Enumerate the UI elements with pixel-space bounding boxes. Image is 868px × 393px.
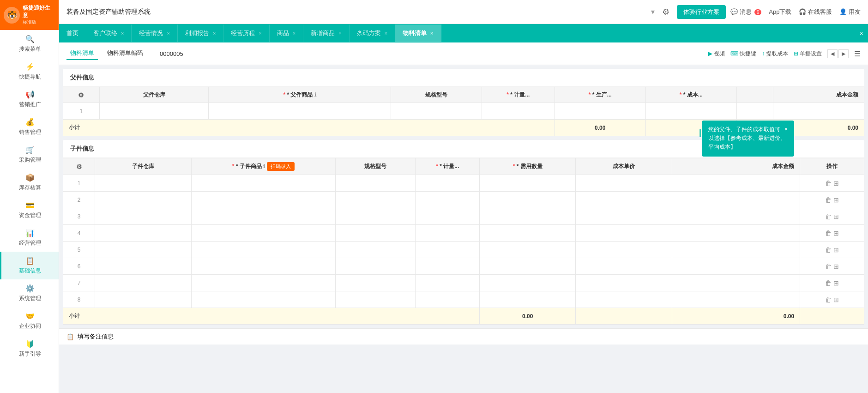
- child-unit-cost-cell[interactable]: [576, 175, 672, 192]
- child-qty-cell[interactable]: [480, 225, 576, 242]
- tab-product[interactable]: 商品 ×: [270, 24, 303, 42]
- tab-new-product[interactable]: 新增商品 ×: [303, 24, 349, 42]
- tab-profit[interactable]: 利润报告 ×: [178, 24, 223, 42]
- parent-product-cell[interactable]: [209, 103, 391, 120]
- sidebar-item-guide[interactable]: 🔰 新手引导: [0, 335, 59, 363]
- tab-close-bom[interactable]: ×: [430, 30, 433, 36]
- tab-close-product[interactable]: ×: [293, 30, 295, 36]
- child-cost-amount-cell[interactable]: [672, 242, 800, 258]
- sidebar-item-marketing[interactable]: 📢 营销推广: [0, 85, 59, 113]
- parent-spec-cell[interactable]: [391, 103, 482, 120]
- extract-cost-button[interactable]: ↑ 提取成本: [762, 50, 788, 58]
- sidebar-item-finance[interactable]: 💳 资金管理: [0, 196, 59, 224]
- parent-settings-gear-icon[interactable]: ⚙: [78, 91, 84, 99]
- parent-cost-cell[interactable]: [645, 103, 736, 120]
- child-spec-cell[interactable]: [335, 291, 416, 308]
- child-product-cell[interactable]: [191, 275, 335, 291]
- delete-icon[interactable]: 🗑: [825, 279, 832, 287]
- child-unit-cost-cell[interactable]: [576, 208, 672, 225]
- tooltip-close-button[interactable]: ×: [784, 125, 788, 134]
- settings-gear-icon[interactable]: ⚙: [662, 7, 669, 17]
- child-qty-cell[interactable]: [480, 208, 576, 225]
- child-unit-cost-cell[interactable]: [576, 242, 672, 258]
- next-page-button[interactable]: ▶: [838, 49, 849, 58]
- copy-icon[interactable]: ⊞: [833, 230, 839, 237]
- delete-icon[interactable]: 🗑: [825, 246, 832, 254]
- child-product-cell[interactable]: [191, 225, 335, 242]
- sidebar-item-system[interactable]: ⚙️ 系统管理: [0, 279, 59, 307]
- view-button[interactable]: ▶ 视频: [708, 50, 725, 58]
- trial-button[interactable]: 体验行业方案: [677, 5, 726, 19]
- tab-close-new-product[interactable]: ×: [338, 30, 341, 36]
- child-unit-cell[interactable]: [416, 175, 480, 192]
- user-avatar[interactable]: 👤 用友: [839, 8, 861, 16]
- child-spec-cell[interactable]: [335, 208, 416, 225]
- child-unit-cell[interactable]: [416, 208, 480, 225]
- tab-close-barcode[interactable]: ×: [385, 30, 387, 36]
- parent-unit-cell[interactable]: [482, 103, 555, 120]
- child-unit-cell[interactable]: [416, 291, 480, 308]
- child-cost-amount-cell[interactable]: [672, 275, 800, 291]
- child-product-cell[interactable]: [191, 175, 335, 192]
- app-download-link[interactable]: App下载: [769, 8, 791, 16]
- child-warehouse-cell[interactable]: [95, 242, 191, 258]
- copy-icon[interactable]: ⊞: [833, 296, 839, 303]
- child-qty-cell[interactable]: [480, 291, 576, 308]
- tab-close-customer[interactable]: ×: [121, 30, 124, 36]
- child-spec-cell[interactable]: [335, 275, 416, 291]
- online-service-link[interactable]: 🎧 在线客服: [799, 8, 832, 16]
- tab-operation-status[interactable]: 经营情况 ×: [132, 24, 177, 42]
- child-unit-cell[interactable]: [416, 242, 480, 258]
- dropdown-arrow-icon[interactable]: ▾: [651, 7, 655, 16]
- prev-page-button[interactable]: ◀: [827, 49, 838, 58]
- copy-icon[interactable]: ⊞: [833, 279, 839, 287]
- child-unit-cost-cell[interactable]: [576, 258, 672, 275]
- parent-warehouse-cell[interactable]: [99, 103, 209, 120]
- sidebar-item-quick-nav[interactable]: ⚡ 快捷导航: [0, 58, 59, 85]
- child-product-cell[interactable]: [191, 192, 335, 208]
- parent-production-cell[interactable]: [555, 103, 645, 120]
- copy-icon[interactable]: ⊞: [833, 196, 839, 204]
- page-tab-bom[interactable]: 物料清单: [66, 47, 98, 60]
- child-qty-cell[interactable]: [480, 242, 576, 258]
- child-qty-cell[interactable]: [480, 258, 576, 275]
- child-warehouse-cell[interactable]: [95, 208, 191, 225]
- tab-customer[interactable]: 客户联络 ×: [86, 24, 132, 42]
- copy-icon[interactable]: ⊞: [833, 246, 839, 254]
- child-unit-cell[interactable]: [416, 275, 480, 291]
- child-product-cell[interactable]: [191, 242, 335, 258]
- parent-cost-amount-cell[interactable]: [773, 103, 864, 120]
- tab-close-operation-status[interactable]: ×: [167, 30, 169, 36]
- delete-icon[interactable]: 🗑: [825, 230, 832, 237]
- sidebar-item-operation[interactable]: 📊 经营管理: [0, 224, 59, 252]
- child-spec-cell[interactable]: [335, 175, 416, 192]
- child-warehouse-cell[interactable]: [95, 291, 191, 308]
- child-warehouse-cell[interactable]: [95, 275, 191, 291]
- child-cost-amount-cell[interactable]: [672, 175, 800, 192]
- child-spec-cell[interactable]: [335, 225, 416, 242]
- tab-close-profit[interactable]: ×: [213, 30, 216, 36]
- child-cost-amount-cell[interactable]: [672, 258, 800, 275]
- delete-icon[interactable]: 🗑: [825, 296, 832, 303]
- child-unit-cost-cell[interactable]: [576, 192, 672, 208]
- child-warehouse-cell[interactable]: [95, 192, 191, 208]
- delete-icon[interactable]: 🗑: [825, 263, 832, 270]
- copy-icon[interactable]: ⊞: [833, 213, 839, 220]
- child-unit-cell[interactable]: [416, 192, 480, 208]
- child-qty-cell[interactable]: [480, 175, 576, 192]
- child-qty-cell[interactable]: [480, 275, 576, 291]
- child-product-cell[interactable]: [191, 258, 335, 275]
- child-product-cell[interactable]: [191, 208, 335, 225]
- delete-icon[interactable]: 🗑: [825, 180, 832, 187]
- message-icon[interactable]: 💬 消息 6: [730, 8, 761, 16]
- child-unit-cell[interactable]: [416, 225, 480, 242]
- child-cost-amount-cell[interactable]: [672, 291, 800, 308]
- child-unit-cost-cell[interactable]: [576, 275, 672, 291]
- child-warehouse-cell[interactable]: [95, 175, 191, 192]
- page-tab-bom-code[interactable]: 物料清单编码: [103, 47, 147, 60]
- sidebar-item-purchase[interactable]: 🛒 采购管理: [0, 141, 59, 169]
- child-cost-amount-cell[interactable]: [672, 208, 800, 225]
- layout-icon[interactable]: ☰: [854, 49, 861, 58]
- close-all-tabs-button[interactable]: ×: [855, 25, 868, 42]
- delete-icon[interactable]: 🗑: [825, 213, 832, 220]
